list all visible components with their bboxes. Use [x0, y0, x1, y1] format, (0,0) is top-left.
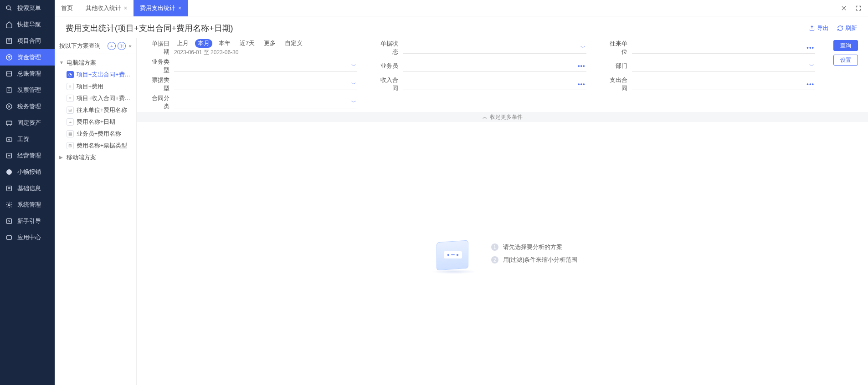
scheme-add-button[interactable]: +	[108, 42, 116, 50]
chevron-down-icon: ﹀	[809, 62, 814, 69]
salesman-picker[interactable]: •••	[403, 60, 586, 72]
filter-label: 部门	[605, 62, 632, 70]
date-opt-custom[interactable]: 自定义	[282, 39, 305, 48]
scheme-group-mobile[interactable]: ▶ 移动端方案	[56, 152, 134, 163]
sidebar-item-tax[interactable]: 税务管理	[0, 98, 55, 115]
date-opt-lastmonth[interactable]: 上月	[174, 39, 191, 48]
sidebar-item-apps[interactable]: 应用中心	[0, 229, 55, 246]
filter-date: 单据日期 上月 本月 本年 近7天 更多 自定义 2023-06-01 至 20…	[147, 40, 357, 56]
more-icon: •••	[578, 81, 586, 87]
scheme-group-pc[interactable]: ▼ 电脑端方案	[56, 57, 134, 69]
sidebar-item-search[interactable]: 搜索菜单	[0, 0, 55, 16]
tab-other-income[interactable]: 其他收入统计 ×	[79, 0, 134, 16]
page-title: 费用支出统计(项目+支出合同+费用名称+日期)	[66, 23, 233, 34]
scheme-item[interactable]: ≡ 项目+收入合同+费用...	[56, 92, 134, 104]
close-icon[interactable]: ×	[124, 5, 127, 11]
sidebar-label: 税务管理	[17, 102, 41, 111]
scheme-item[interactable]: ⊞ 往来单位+费用名称	[56, 104, 134, 116]
fullscreen-icon[interactable]	[853, 3, 863, 13]
guide-icon	[5, 218, 13, 225]
empty-illustration	[427, 233, 478, 274]
close-icon[interactable]: ×	[178, 5, 181, 11]
sidebar-label: 项目合同	[17, 37, 41, 45]
scheme-item[interactable]: ⊞ 费用名称+票据类型	[56, 140, 134, 152]
empty-step-1: 请先选择要分析的方案	[503, 243, 562, 251]
date-opt-thismonth[interactable]: 本月	[195, 39, 212, 48]
sidebar-label: 工资	[17, 135, 29, 143]
sidebar-item-system[interactable]: 系统管理	[0, 197, 55, 213]
search-icon	[5, 5, 13, 12]
tab-home[interactable]: 首页	[55, 0, 79, 16]
caret-down-icon: ▼	[59, 57, 65, 69]
tab-close-all-button[interactable]	[839, 3, 849, 13]
sidebar-item-quicknav[interactable]: 快捷导航	[0, 16, 55, 33]
scheme-settings-button[interactable]	[118, 42, 126, 50]
money-icon	[5, 54, 13, 61]
reimburse-icon	[5, 168, 13, 176]
filter-ticket-type: 票据类型 ﹀	[147, 76, 357, 92]
gear-icon	[5, 201, 13, 208]
filter-label: 收入合同	[375, 76, 403, 92]
sidebar-item-contract[interactable]: 项目合同	[0, 33, 55, 49]
collapse-conditions-button[interactable]: ︽ 收起更多条件	[137, 112, 868, 122]
sidebar-item-invoice[interactable]: 发票管理	[0, 82, 55, 98]
svg-point-0	[7, 6, 10, 10]
svg-rect-16	[6, 138, 12, 142]
sidebar-item-asset[interactable]: 固定资产	[0, 115, 55, 131]
sidebar-label: 固定资产	[17, 119, 41, 127]
contract-category-select[interactable]: ﹀	[174, 96, 357, 108]
sidebar-item-salary[interactable]: 工资	[0, 131, 55, 147]
step-badge-2: 2	[491, 256, 498, 263]
chevron-down-icon: ﹀	[351, 99, 356, 106]
scheme-panel: 按以下方案查询 + « ▼ 电脑端方案	[55, 38, 137, 385]
scheme-item[interactable]: ≡ 项目+费用	[56, 81, 134, 92]
chart-icon: ≡	[67, 83, 74, 90]
status-select[interactable]: ﹀	[403, 42, 586, 54]
partner-picker[interactable]: •••	[632, 42, 815, 54]
scheme-item[interactable]: ◔ 项目+支出合同+费用...	[56, 69, 134, 81]
ticket-type-select[interactable]: ﹀	[174, 78, 357, 90]
asset-icon	[5, 119, 13, 127]
expense-contract-picker[interactable]: •••	[632, 78, 815, 90]
sidebar-item-operation[interactable]: 经营管理	[0, 147, 55, 164]
sidebar-label: 系统管理	[17, 201, 41, 209]
date-opt-thisyear[interactable]: 本年	[216, 39, 233, 48]
date-opt-more[interactable]: 更多	[261, 39, 278, 48]
scheme-item[interactable]: ⫠ 费用名称+日期	[56, 116, 134, 128]
page-header: 费用支出统计(项目+支出合同+费用名称+日期) 导出 刷新	[55, 16, 868, 38]
dept-select[interactable]: ﹀	[632, 60, 815, 72]
scheme-collapse-button[interactable]: «	[128, 43, 132, 49]
scheme-item-label: 项目+费用	[77, 81, 103, 92]
income-contract-picker[interactable]: •••	[403, 78, 586, 90]
step-badge-1: 1	[491, 243, 498, 251]
sidebar-item-funds[interactable]: 资金管理	[0, 49, 55, 66]
query-button[interactable]: 查询	[833, 40, 858, 51]
sidebar: 搜索菜单 快捷导航 项目合同 资金管理 总账管理 发票管理 税务管理 固定资产	[0, 0, 55, 385]
salary-icon	[5, 136, 13, 143]
date-range-text: 2023-06-01 至 2023-06-30	[174, 49, 305, 56]
sidebar-item-reimburse[interactable]: 小畅报销	[0, 164, 55, 180]
sidebar-item-guide[interactable]: 新手引导	[0, 213, 55, 229]
biztype-select[interactable]: ﹀	[174, 60, 357, 72]
scheme-item-label: 费用名称+日期	[77, 116, 115, 128]
scheme-item[interactable]: ▦ 业务员+费用名称	[56, 128, 134, 140]
home-icon	[5, 21, 13, 28]
svg-rect-24	[7, 219, 12, 224]
date-opt-7days[interactable]: 近7天	[237, 39, 257, 48]
sidebar-item-ledger[interactable]: 总账管理	[0, 66, 55, 82]
scheme-item-label: 项目+支出合同+费用...	[77, 69, 134, 81]
filter-dept: 部门 ﹀	[605, 58, 815, 74]
svg-rect-13	[6, 121, 12, 125]
grid-icon: ⊞	[67, 106, 74, 114]
contract-icon	[5, 37, 13, 45]
sidebar-item-baseinfo[interactable]: 基础信息	[0, 180, 55, 197]
export-button[interactable]: 导出	[809, 24, 829, 32]
refresh-button[interactable]: 刷新	[837, 24, 857, 32]
tab-expense-stat[interactable]: 费用支出统计 ×	[134, 0, 188, 16]
scheme-item-label: 项目+收入合同+费用...	[77, 92, 134, 104]
filter-label: 业务类型	[147, 58, 174, 74]
empty-state: 1 请先选择要分析的方案 2 用[过滤]条件来缩小分析范围	[137, 122, 868, 385]
settings-button[interactable]: 设置	[833, 55, 858, 66]
filter-contract-category: 合同分类 ﹀	[147, 95, 357, 110]
filter-partner: 往来单位 •••	[605, 40, 815, 56]
